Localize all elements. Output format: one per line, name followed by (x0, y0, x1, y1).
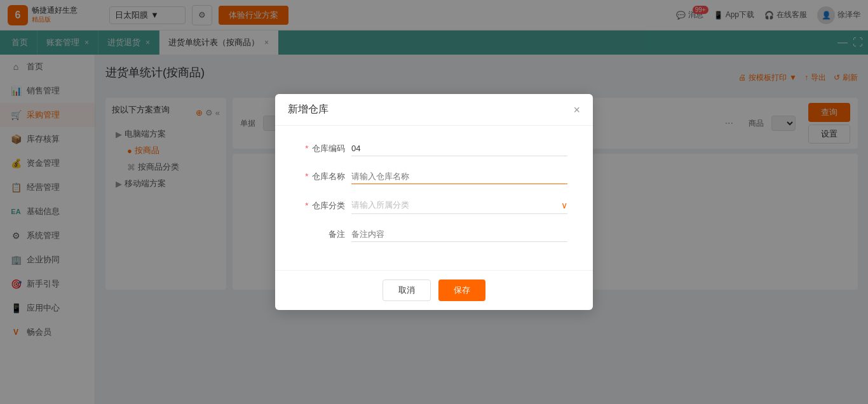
code-label: * 仓库编码 (301, 143, 351, 154)
name-field-row: * 仓库名称 (301, 169, 567, 184)
category-select[interactable]: 请输入所属分类 ∨ (351, 197, 567, 214)
code-input[interactable] (351, 141, 567, 156)
modal-title: 新增仓库 (288, 103, 329, 116)
note-field-row: 备注 (301, 227, 567, 242)
category-required-star: * (305, 201, 308, 210)
code-field-row: * 仓库编码 (301, 141, 567, 156)
name-required-star: * (305, 172, 308, 181)
category-field-row: * 仓库分类 请输入所属分类 ∨ (301, 197, 567, 214)
save-button[interactable]: 保存 (438, 279, 485, 301)
name-input[interactable] (351, 169, 567, 184)
modal-header: 新增仓库 × (275, 94, 593, 126)
note-label: 备注 (301, 229, 351, 240)
note-input[interactable] (351, 227, 567, 242)
add-warehouse-modal: 新增仓库 × * 仓库编码 * 仓库名称 (275, 94, 593, 310)
modal-body: * 仓库编码 * 仓库名称 * 仓库分类 请输入所属 (275, 126, 593, 270)
cancel-button[interactable]: 取消 (383, 279, 431, 301)
required-star: * (305, 144, 308, 153)
category-label: * 仓库分类 (301, 200, 351, 212)
category-arrow-icon: ∨ (561, 200, 567, 210)
modal-overlay: 新增仓库 × * 仓库编码 * 仓库名称 (0, 0, 868, 404)
category-placeholder: 请输入所属分类 (351, 199, 561, 211)
modal-close-button[interactable]: × (573, 104, 580, 116)
name-label: * 仓库名称 (301, 171, 351, 182)
modal-footer: 取消 保存 (275, 270, 593, 310)
